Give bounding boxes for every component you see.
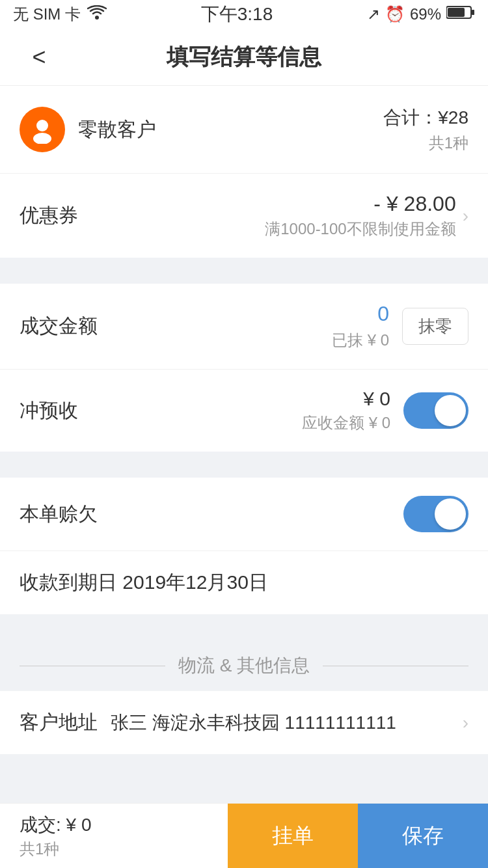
coupon-label: 优惠券 (20, 202, 78, 229)
bottom-count: 共1种 (20, 839, 208, 860)
carrier-text: 无 SIM 卡 (13, 4, 81, 25)
customer-total: 合计：¥28 (383, 105, 468, 130)
coupon-row[interactable]: 优惠券 - ¥ 28.00 满1000-100不限制使用金额 › (0, 173, 488, 258)
transaction-col: 0 已抹 ¥ 0 (332, 302, 389, 351)
svg-point-5 (33, 133, 51, 144)
debt-row: 本单赊欠 (0, 478, 488, 550)
bottom-left: 成交: ¥ 0 共1种 (0, 813, 228, 860)
svg-rect-3 (472, 10, 474, 15)
alarm-icon: ⏰ (385, 5, 405, 23)
customer-right: 合计：¥28 共1种 (383, 105, 468, 154)
bottom-bar: 成交: ¥ 0 共1种 挂单 保存 (0, 803, 488, 868)
prepay-row: 冲预收 ¥ 0 应收金额 ¥ 0 (0, 369, 488, 452)
coupon-discount: - ¥ 28.00 (265, 192, 455, 216)
svg-rect-2 (448, 8, 465, 17)
svg-point-0 (95, 16, 99, 20)
battery-text: 69% (410, 5, 441, 23)
logistics-header: 物流 & 其他信息 (0, 640, 488, 691)
svg-point-4 (36, 120, 48, 131)
bottom-label-text: 成交: (20, 815, 61, 835)
nav-bar: < 填写结算等信息 (0, 29, 488, 86)
transaction-amount[interactable]: 0 (332, 302, 389, 326)
prepay-sub: 应收金额 ¥ 0 (302, 413, 390, 433)
wifi-icon (87, 5, 107, 23)
address-row[interactable]: 客户地址 张三 海淀永丰科技园 11111111111 › (0, 691, 488, 754)
transaction-row: 成交金额 0 已抹 ¥ 0 抹零 (0, 284, 488, 369)
transaction-right: 0 已抹 ¥ 0 抹零 (332, 302, 468, 351)
transaction-section: 成交金额 0 已抹 ¥ 0 抹零 冲预收 ¥ 0 应收金额 ¥ 0 (0, 284, 488, 452)
transaction-sub: 已抹 ¥ 0 (332, 330, 389, 351)
battery-icon (446, 5, 475, 23)
nav-title: 填写结算等信息 (167, 42, 321, 72)
prepay-info: ¥ 0 应收金额 ¥ 0 (302, 388, 390, 433)
coupon-desc: 满1000-100不限制使用金额 (265, 219, 455, 239)
coupon-right: - ¥ 28.00 满1000-100不限制使用金额 › (265, 192, 468, 239)
transaction-label: 成交金额 (20, 313, 98, 340)
debt-section: 本单赊欠 收款到期日 2019年12月30日 (0, 478, 488, 614)
back-button[interactable]: < (20, 38, 59, 77)
customer-name: 零散客户 (78, 116, 156, 143)
address-label: 客户地址 (20, 709, 98, 736)
status-bar: 无 SIM 卡 下午3:18 ↗ ⏰ 69% (0, 0, 488, 29)
status-right: ↗ ⏰ 69% (367, 5, 475, 23)
bottom-transaction-label: 成交: ¥ 0 (20, 813, 208, 837)
prepay-label: 冲预收 (20, 398, 78, 424)
divider-2 (0, 465, 488, 478)
customer-count: 共1种 (383, 133, 468, 154)
prepay-toggle[interactable] (403, 392, 468, 429)
logistics-line-left (20, 666, 165, 666)
save-button[interactable]: 保存 (358, 804, 488, 869)
address-chevron-icon: › (463, 712, 468, 733)
customer-section: 零散客户 合计：¥28 共1种 优惠券 - ¥ 28.00 满1000-100不… (0, 86, 488, 258)
debt-label: 本单赊欠 (20, 501, 98, 528)
customer-avatar (20, 107, 65, 152)
coupon-chevron-icon: › (463, 206, 468, 226)
divider-1 (0, 271, 488, 284)
due-date-row[interactable]: 收款到期日 2019年12月30日 (0, 550, 488, 614)
status-left: 无 SIM 卡 (13, 4, 107, 25)
prepay-right: ¥ 0 应收金额 ¥ 0 (302, 388, 468, 433)
customer-left: 零散客户 (20, 107, 156, 152)
divider-3 (0, 627, 488, 640)
address-value: 张三 海淀永丰科技园 11111111111 (111, 711, 463, 735)
status-time: 下午3:18 (201, 2, 273, 27)
pending-button[interactable]: 挂单 (228, 804, 358, 869)
toggle-knob (435, 395, 466, 426)
round-button[interactable]: 抹零 (402, 308, 468, 345)
logistics-title: 物流 & 其他信息 (178, 653, 310, 678)
debt-toggle[interactable] (403, 496, 468, 532)
debt-toggle-knob (435, 498, 466, 530)
due-date-content: 收款到期日 2019年12月30日 (20, 571, 268, 593)
bottom-amount: ¥ 0 (66, 815, 92, 835)
logistics-line-right (323, 666, 468, 666)
customer-row: 零散客户 合计：¥28 共1种 (0, 86, 488, 173)
prepay-amount: ¥ 0 (302, 388, 390, 410)
location-icon: ↗ (367, 5, 380, 23)
address-section: 客户地址 张三 海淀永丰科技园 11111111111 › (0, 691, 488, 754)
coupon-info: - ¥ 28.00 满1000-100不限制使用金额 (265, 192, 455, 239)
